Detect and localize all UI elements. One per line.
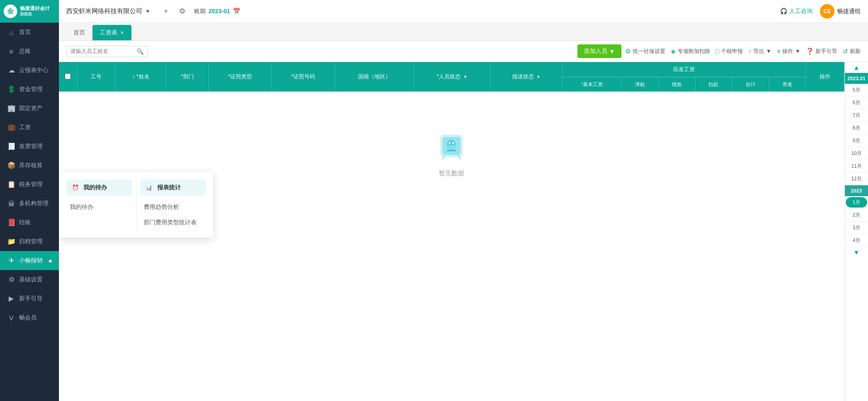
month-7[interactable]: 7月: [845, 109, 868, 122]
sidebar-item-member[interactable]: V 畅会员: [0, 308, 59, 327]
user-menu[interactable]: CE 畅捷通组: [820, 4, 861, 19]
sidebar-item-inventory[interactable]: 📦 库存核算: [0, 156, 59, 175]
search-box[interactable]: 🔍: [66, 46, 148, 57]
month-2[interactable]: 2月: [845, 209, 868, 222]
popup-item-trend[interactable]: 费用趋势分析: [140, 199, 206, 215]
scroll-up-button[interactable]: ▲: [845, 62, 868, 73]
select-all-checkbox[interactable]: [65, 73, 71, 79]
tab-salary-close-button[interactable]: ✕: [120, 30, 124, 36]
topbar-right: 🎧 人工咨询 CE 畅捷通组: [780, 4, 861, 19]
cloud-report-icon: ☁: [7, 66, 15, 74]
guide-button[interactable]: ❓ 新手引导: [806, 48, 837, 55]
status-filter-icon[interactable]: ▼: [463, 74, 468, 79]
settings-button[interactable]: ⚙: [176, 5, 189, 18]
sidebar-item-ledger[interactable]: ≡ 总账: [0, 42, 59, 61]
sidebar-item-guide[interactable]: ▶ 新手引导: [0, 289, 59, 308]
sidebar-item-settings[interactable]: ⚙ 基础设置: [0, 270, 59, 289]
operations-button[interactable]: ≡ 操作 ▼: [777, 48, 800, 55]
month-12[interactable]: 12月: [845, 173, 868, 185]
add-company-button[interactable]: ＋: [160, 5, 172, 18]
right-panel: ▲ 2023.01 5月 6月 7月 8月 9月 10月 11月 12月 202…: [844, 62, 868, 401]
social-security-button[interactable]: ⚙ 统一社保设置: [625, 48, 665, 55]
svg-point-2: [447, 140, 456, 149]
th-total: 合计: [732, 77, 769, 92]
export-button[interactable]: ↑ 导出 ▼: [748, 48, 771, 55]
archive-icon: 📁: [7, 237, 15, 246]
sidebar-item-expense[interactable]: ✈ 小畅报销 ◀: [0, 251, 59, 270]
company-name: 西安虾米网络科技有限公司: [66, 7, 142, 15]
topbar-actions: ＋ ⚙: [160, 5, 189, 18]
th-checkbox[interactable]: [59, 62, 77, 92]
tax-icon: 📋: [7, 180, 15, 188]
month-1[interactable]: 1月: [846, 197, 867, 208]
social-security-label: 统一社保设置: [633, 48, 665, 55]
popup-item-dept-type[interactable]: 部门费用类型统计表: [140, 215, 206, 230]
todo-icon: ⏰: [70, 182, 81, 193]
popup-item-my-todo-label: 我的待办: [70, 203, 93, 210]
scroll-down-button[interactable]: ▼: [845, 247, 868, 258]
export-dropdown-icon: ▼: [766, 48, 771, 54]
sidebar-item-tax[interactable]: 📋 税务管理: [0, 175, 59, 194]
add-person-button[interactable]: 添加人员 ▼: [577, 44, 621, 58]
guide-label: 新手引导: [815, 48, 837, 55]
popup-report-header[interactable]: 📊 报表统计: [140, 179, 206, 196]
sidebar-label-finance: 资金管理: [19, 85, 43, 93]
sidebar-item-salary[interactable]: 💼 工资: [0, 118, 59, 137]
current-year-header[interactable]: 2023: [845, 185, 868, 196]
logo-icon: 会: [4, 5, 17, 18]
tab-home[interactable]: 首页: [66, 25, 92, 40]
invoice-icon: 🧾: [7, 142, 15, 150]
th-submit-status: 报送状态 ▼: [490, 62, 563, 92]
report-icon: 📊: [144, 182, 155, 193]
toolbar-actions: ⚙ 统一社保设置 ◈ 专项附加扣除 □ 个税申报 ↑ 导出 ▼ ≡ 操作 ▼: [625, 48, 861, 55]
sidebar-collapse-arrow: ◀: [48, 258, 52, 263]
special-deduct-label: 专项附加扣除: [678, 48, 710, 55]
month-4[interactable]: 4月: [845, 234, 868, 247]
sidebar-label-salary: 工资: [19, 123, 31, 131]
sidebar-label-assets: 固定资产: [19, 104, 43, 112]
toolbar: 🔍 添加人员 ▼ ⚙ 统一社保设置 ◈ 专项附加扣除 □ 个税申报 ↑ 导出 ▼: [59, 41, 868, 62]
home-icon: ⌂: [7, 29, 15, 36]
month-8[interactable]: 8月: [845, 122, 868, 135]
year-header[interactable]: 2023.01: [845, 73, 868, 84]
sidebar-item-archive[interactable]: 📁 归档管理: [0, 232, 59, 251]
month-10[interactable]: 10月: [845, 147, 868, 160]
month-3[interactable]: 3月: [845, 222, 868, 234]
sidebar-item-invoice[interactable]: 🧾 发票管理: [0, 137, 59, 156]
sidebar-item-multi-org[interactable]: 🏛 多机构管理: [0, 194, 59, 213]
refresh-button[interactable]: ↺ 刷新: [843, 48, 861, 55]
social-security-icon: ⚙: [625, 48, 631, 55]
tax-report-button[interactable]: □ 个税申报: [716, 48, 743, 55]
expense-icon: ✈: [7, 256, 15, 265]
popup-col-todo: ⏰ 我的待办 我的待办: [66, 179, 132, 230]
refresh-icon: ↺: [843, 48, 848, 55]
sidebar-item-close[interactable]: 📕 结账: [0, 213, 59, 232]
sidebar-item-cloud-report[interactable]: ☁ 云报表中心: [0, 61, 59, 80]
period-display: 账期 2023-01 📅: [194, 7, 240, 15]
month-6[interactable]: 6月: [845, 97, 868, 109]
tabs-bar: 首页 工资表 ✕: [59, 23, 868, 41]
svg-point-5: [452, 142, 454, 144]
salary-icon: 💼: [7, 123, 15, 131]
calendar-icon[interactable]: 📅: [233, 8, 240, 14]
operations-label: 操作: [782, 48, 793, 55]
month-11[interactable]: 11月: [845, 160, 868, 173]
submit-filter-icon[interactable]: ▼: [536, 74, 541, 79]
special-deduct-button[interactable]: ◈ 专项附加扣除: [671, 48, 710, 55]
popup-item-trend-label: 费用趋势分析: [144, 203, 179, 210]
tab-salary[interactable]: 工资表 ✕: [92, 25, 131, 40]
sidebar-label-settings: 基础设置: [19, 275, 43, 284]
sidebar-item-finance[interactable]: 💲 资金管理: [0, 80, 59, 99]
company-selector[interactable]: 西安虾米网络科技有限公司 ▼: [66, 7, 150, 15]
search-input[interactable]: [70, 48, 134, 54]
sidebar-item-home[interactable]: ⌂ 首页: [0, 23, 59, 42]
popup-item-my-todo[interactable]: 我的待办: [66, 199, 132, 215]
ledger-icon: ≡: [7, 48, 15, 55]
month-5[interactable]: 5月: [845, 84, 868, 97]
app-logo: 会 畅捷通好会计 旗舰版: [0, 0, 59, 23]
month-9[interactable]: 9月: [845, 135, 868, 147]
sidebar-item-assets[interactable]: 🏢 固定资产: [0, 99, 59, 118]
guide-toolbar-icon: ❓: [806, 48, 814, 55]
popup-todo-header[interactable]: ⏰ 我的待办: [66, 179, 132, 196]
support-button[interactable]: 🎧 人工咨询: [780, 7, 813, 15]
